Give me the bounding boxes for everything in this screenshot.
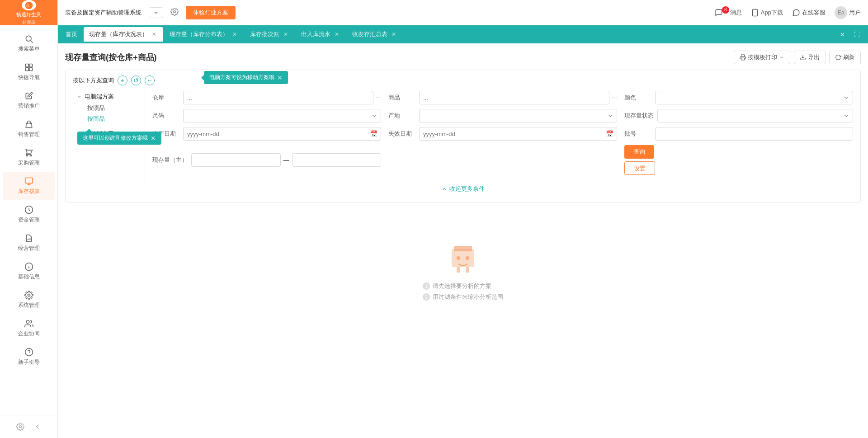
avatar: Ea	[835, 6, 847, 19]
empty-tip-2: 2 用过滤条件来缩小分析范围	[423, 293, 503, 301]
filter-stock-qty: 现存量（主） —	[152, 153, 381, 167]
goods-more-icon[interactable]: ···	[611, 94, 617, 102]
filter-size: 尺码	[152, 109, 381, 122]
origin-select[interactable]	[419, 109, 617, 122]
tab-fullscreen-icon[interactable]: ⛶	[851, 30, 863, 39]
svg-point-11	[28, 294, 30, 297]
svg-rect-18	[741, 58, 745, 60]
query-button[interactable]: 查询	[624, 145, 654, 159]
sidebar-item-sales[interactable]: 销售管理	[3, 115, 55, 143]
filter-stock-status: 现存量状态	[624, 109, 853, 122]
sidebar-item-label: 搜索菜单	[18, 45, 40, 53]
page-header-actions: 按模板打印 导出 刷新	[734, 51, 861, 64]
filter-add-btn[interactable]: +	[118, 75, 127, 85]
filter-warehouse: 仓库 ···	[152, 91, 381, 104]
filter-label: 按以下方案查询	[73, 76, 114, 85]
tab-close-summary[interactable]: ✕	[390, 31, 397, 38]
template-print-button[interactable]: 按模板打印	[734, 51, 790, 64]
color-select[interactable]	[655, 91, 853, 104]
sidebar-item-label: 营销推广	[18, 102, 40, 110]
tab-close-inventory-dist[interactable]: ✕	[231, 31, 238, 38]
app-download-item[interactable]: App下载	[751, 9, 783, 17]
color-label: 颜色	[624, 94, 651, 102]
size-select[interactable]	[183, 109, 381, 122]
svg-point-12	[26, 320, 29, 324]
svg-rect-24	[466, 267, 469, 273]
filter-refresh-btn[interactable]: ↺	[131, 75, 141, 85]
scheme-desktop-item-1[interactable]: 按照品	[84, 103, 141, 113]
batch-input[interactable]	[655, 127, 853, 141]
setting-button[interactable]: 设置	[624, 161, 655, 175]
tooltip-close-2[interactable]: ✕	[151, 135, 156, 142]
sidebar-item-label: 销售管理	[18, 131, 40, 138]
settings-icon[interactable]	[169, 6, 180, 19]
tab-home[interactable]: 首页	[60, 27, 83, 42]
empty-tip-1-text: 请先选择要分析的方案	[433, 282, 491, 290]
sidebar-item-business[interactable]: 经营管理	[3, 229, 55, 257]
logo-tag: 标准版	[22, 19, 36, 25]
stock-qty-max-input[interactable]	[292, 153, 382, 167]
sidebar-item-collab[interactable]: 企业协同	[3, 315, 55, 342]
goods-label: 商品	[388, 94, 415, 102]
sidebar-item-system[interactable]: 系统管理	[3, 286, 55, 314]
sidebar-logo: 6 畅通好生意 标准版	[0, 0, 57, 25]
sidebar-nav: 搜索菜单 快捷导航 营销推广 销售管理 采购管理 库存核算 资金	[0, 25, 57, 415]
query-buttons: 查询 设置	[624, 145, 853, 175]
sidebar-settings-icon[interactable]	[14, 421, 26, 433]
refresh-button[interactable]: 刷新	[829, 51, 861, 64]
message-label: 消息	[730, 9, 742, 17]
expire-date-calendar-icon[interactable]: 📅	[606, 130, 613, 137]
sidebar-item-guide[interactable]: 新手引导	[3, 343, 55, 371]
tooltip-close-1[interactable]: ✕	[277, 74, 283, 81]
tab-close-all-icon[interactable]: ✕	[837, 30, 848, 39]
prod-date-input[interactable]	[183, 127, 381, 141]
page-title: 现存量查询(按仓库+商品)	[65, 52, 157, 63]
sidebar-item-finance[interactable]: 资金管理	[3, 201, 55, 228]
sidebar-item-search[interactable]: 搜索菜单	[3, 30, 55, 57]
tab-inventory-status[interactable]: 现存量（库存状况表） ✕	[84, 27, 163, 42]
sidebar-item-info[interactable]: 基础信息	[3, 258, 55, 285]
prod-date-input-wrapper: 📅	[183, 127, 381, 141]
empty-state-tips: 1 请先选择要分析的方案 2 用过滤条件来缩小分析范围	[423, 282, 503, 301]
sidebar-item-inventory[interactable]: 库存核算	[3, 172, 55, 200]
stock-qty-min-input[interactable]	[191, 153, 281, 167]
export-button[interactable]: 导出	[794, 51, 826, 64]
origin-label: 产地	[388, 112, 415, 120]
message-item[interactable]: 8 消息	[715, 9, 742, 17]
empty-state: 1 请先选择要分析的方案 2 用过滤条件来缩小分析范围	[65, 206, 861, 328]
tab-close-inout-flow[interactable]: ✕	[333, 31, 340, 38]
online-support-item[interactable]: 在线客服	[792, 9, 826, 17]
page-content: 现存量查询(按仓库+商品) 按模板打印 导出 刷新	[58, 43, 868, 438]
trial-button[interactable]: 体验行业方案	[186, 6, 236, 19]
tooltip-create-scheme: 这里可以创建和修改方案哦 ✕	[77, 132, 161, 145]
expire-date-input[interactable]	[419, 127, 617, 141]
user-item[interactable]: Ea 用户	[835, 6, 861, 19]
goods-input[interactable]	[419, 91, 609, 104]
prod-date-calendar-icon[interactable]: 📅	[370, 130, 377, 137]
warehouse-more-icon[interactable]: ···	[375, 94, 381, 102]
tip-number-1: 1	[423, 283, 430, 290]
topbar: 装备及固定资产辅助管理系统 体验行业方案 8 消息 App下载 在线客服	[58, 0, 868, 25]
stock-status-label: 现存量状态	[624, 112, 654, 120]
warehouse-input[interactable]	[183, 91, 373, 104]
sidebar-item-nav[interactable]: 快捷导航	[3, 58, 55, 86]
tab-batch-account[interactable]: 库存批次账 ✕	[245, 27, 295, 42]
tab-inout-flow[interactable]: 出入库流水 ✕	[296, 27, 346, 42]
sidebar-collapse-icon[interactable]	[32, 421, 43, 433]
scheme-desktop[interactable]: 电脑端方案	[73, 91, 141, 103]
sidebar-item-label: 快捷导航	[18, 74, 40, 81]
collapse-bar[interactable]: 收起更多条件	[73, 181, 853, 197]
stock-status-select[interactable]	[657, 109, 853, 122]
sidebar-item-purchase[interactable]: 采购管理	[3, 144, 55, 171]
tab-inventory-dist[interactable]: 现存量（库存分布表） ✕	[164, 27, 244, 42]
sidebar-item-marketing[interactable]: 营销推广	[3, 87, 55, 114]
app-download-label: App下载	[761, 9, 783, 17]
tab-close-inventory-status[interactable]: ✕	[151, 31, 158, 38]
tab-close-batch-account[interactable]: ✕	[282, 31, 289, 38]
warehouse-label: 仓库	[152, 94, 179, 102]
logo-text: 畅通好生意	[16, 11, 41, 18]
scheme-desktop-item-2[interactable]: 按商品	[84, 113, 141, 124]
filter-back-btn[interactable]: ←	[145, 75, 155, 85]
system-dropdown[interactable]	[149, 7, 163, 18]
tab-summary[interactable]: 收发存汇总表 ✕	[347, 27, 403, 42]
